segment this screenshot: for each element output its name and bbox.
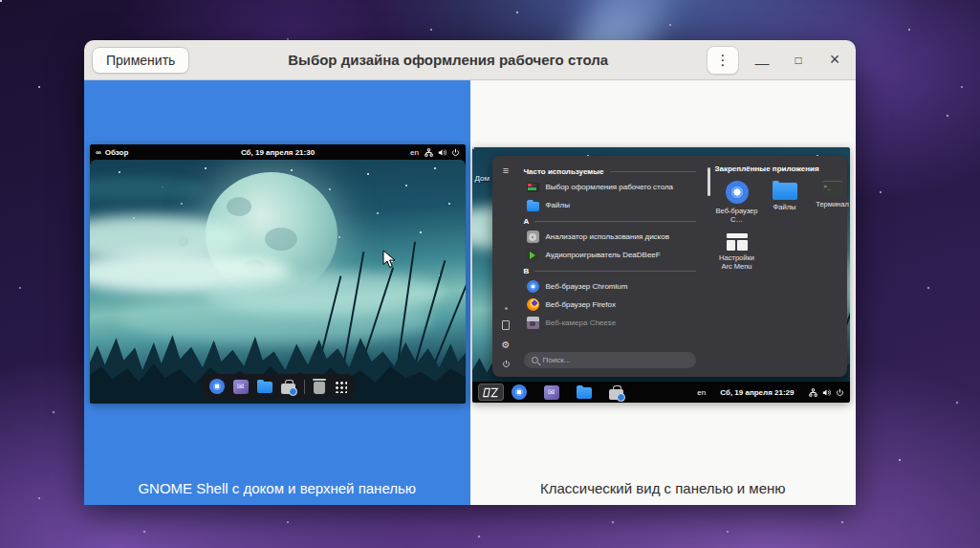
wallpaper-stars: [90, 160, 92, 162]
pinned-app-label: Настройки Arc Menu: [715, 253, 759, 271]
menu-item: Анализатор использования дисков: [524, 228, 696, 246]
menu-scrollbar: [708, 167, 710, 196]
power-icon: [451, 148, 460, 157]
menu-item-label: Файлы: [546, 201, 570, 209]
documents-icon: [502, 320, 510, 330]
chromium-icon: [209, 379, 225, 394]
desktop-layout-icon: [527, 183, 539, 192]
window-title: Выбор дизайна оформления рабочего стола: [189, 52, 707, 68]
close-icon: ×: [830, 50, 840, 70]
dock-separator: [304, 380, 305, 394]
firefox-icon: [527, 298, 539, 311]
arc-menu-button: [478, 384, 504, 401]
power-icon: [502, 360, 511, 368]
app-grid-icon: [334, 380, 347, 393]
pinned-app-label: Терминал: [816, 200, 849, 208]
settings-gear-icon: ⚙: [502, 340, 511, 349]
gnome-wallpaper: ✉: [90, 160, 466, 404]
menu-item-label: Веб-браузер Chromium: [546, 282, 628, 291]
option-gnome-shell[interactable]: Сб, 19 апреля 21:30 ∞ Обзор en: [84, 80, 470, 505]
desktop-background: Применить Выбор дизайна оформления рабоч…: [0, 0, 980, 548]
arc-menu-app-list: Часто используемые Выбор оформления рабо…: [520, 156, 706, 377]
arc-menu-settings-icon: [727, 233, 748, 251]
files-icon: [577, 387, 592, 399]
menu-item: Файлы: [524, 196, 696, 214]
cheese-icon: [527, 317, 539, 329]
mail-icon: ✉: [544, 385, 559, 400]
menu-item: Выбор оформления рабочего стола: [524, 178, 696, 196]
chromium-icon: [512, 384, 527, 400]
gnome-top-panel: Сб, 19 апреля 21:30 ∞ Обзор en: [90, 144, 466, 160]
gnome-dock: ✉: [202, 374, 355, 399]
arc-menu-panel: ≡ ⚙ Часто используемые: [492, 156, 847, 377]
menu-item: Веб-камера Cheese: [524, 314, 696, 332]
chromium-icon: [527, 280, 539, 293]
minimize-button[interactable]: —: [749, 47, 775, 74]
desktop-home-folder-label: Дом: [475, 174, 490, 183]
options-area: Сб, 19 апреля 21:30 ∞ Обзор en: [84, 80, 856, 505]
background-stars: [0, 0, 2, 2]
arc-menu-sidebar: ≡ ⚙: [492, 156, 520, 377]
disk-analyzer-icon: [527, 230, 539, 243]
network-icon: [425, 148, 433, 157]
menu-item-label: Выбор оформления рабочего стола: [546, 183, 674, 191]
search-icon: [532, 357, 538, 363]
arc-menu-logo-icon: [482, 387, 499, 398]
chromium-icon: [726, 181, 749, 204]
deadbeef-icon: [527, 249, 539, 261]
menu-item-label: Веб-браузер Firefox: [546, 300, 616, 309]
option-classic[interactable]: Дом ≡ ⚙ Часто: [470, 80, 857, 505]
taskbar-clock: Сб, 19 апреля 21:29: [720, 388, 794, 397]
keyboard-layout-indicator: en: [410, 148, 419, 157]
volume-icon: [822, 388, 831, 397]
cloud: [90, 177, 205, 200]
wallpaper-stars: [472, 147, 474, 149]
section-header: Часто используемые: [524, 167, 604, 176]
pinned-app: Настройки Arc Menu: [715, 233, 759, 271]
kebab-icon: ⋮: [716, 52, 730, 69]
files-icon: [527, 202, 539, 211]
mouse-cursor: [382, 250, 396, 269]
apply-button[interactable]: Применить: [92, 47, 189, 74]
software-icon: [281, 384, 295, 394]
option-caption-classic: Классический вид с панелью и меню: [470, 480, 857, 496]
pinned-app: Файлы: [763, 181, 807, 224]
menu-kebab-button[interactable]: ⋮: [707, 46, 739, 75]
hamburger-icon: ≡: [503, 165, 509, 175]
menu-item-label: Анализатор использования дисков: [546, 232, 669, 241]
menu-search-field: Поиск...: [524, 352, 696, 368]
classic-preview: Дом ≡ ⚙ Часто: [472, 147, 850, 403]
pinned-apps-panel: Закреплённые приложения Веб-браузер C… Ф…: [706, 156, 850, 377]
section-header: В: [524, 267, 530, 275]
gnome-preview: Сб, 19 апреля 21:30 ∞ Обзор en: [90, 144, 466, 404]
keyboard-layout-indicator: en: [697, 388, 706, 397]
menu-item-label: Аудиопроигрыватель DeaDBeeF: [546, 251, 661, 259]
pinned-app-label: Веб-браузер C…: [715, 207, 759, 224]
pinned-app: >_ Терминал: [811, 181, 850, 224]
mail-icon: ✉: [233, 380, 249, 394]
gnome-clock: Сб, 19 апреля 21:30: [90, 148, 466, 157]
maximize-button[interactable]: □: [785, 47, 812, 74]
network-icon: [809, 388, 817, 397]
classic-taskbar: ✉ en Сб, 19 апреля 21:29: [472, 382, 850, 403]
close-button[interactable]: ×: [821, 47, 848, 74]
power-icon: [836, 388, 844, 397]
teal-wallpaper: [90, 160, 466, 404]
titlebar: Применить Выбор дизайна оформления рабоч…: [84, 40, 856, 80]
volume-icon: [438, 148, 446, 157]
pinned-header: Закреплённые приложения: [715, 164, 850, 173]
user-dot-icon: [505, 307, 508, 310]
terminal-icon: >_: [822, 181, 843, 197]
search-placeholder: Поиск...: [543, 356, 571, 364]
overview-label: Обзор: [105, 148, 129, 157]
files-icon: [773, 183, 797, 200]
pinned-app: Веб-браузер C…: [715, 181, 759, 224]
minimize-icon: —: [755, 55, 770, 71]
software-icon: [609, 389, 623, 400]
menu-item: Веб-браузер Chromium: [524, 277, 696, 296]
menu-item: Аудиопроигрыватель DeaDBeeF: [524, 246, 696, 264]
menu-item: Веб-браузер Firefox: [524, 296, 696, 314]
pinned-app-label: Файлы: [773, 203, 796, 211]
maximize-icon: □: [795, 54, 801, 67]
section-header: А: [524, 217, 530, 226]
